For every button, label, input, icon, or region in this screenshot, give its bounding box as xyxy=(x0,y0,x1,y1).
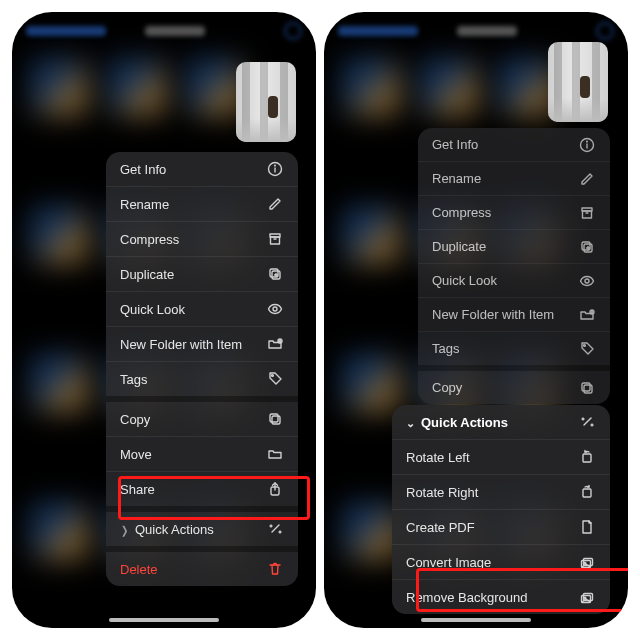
menu-item-quick-look[interactable]: Quick Look xyxy=(418,263,610,297)
svg-rect-28 xyxy=(583,211,592,218)
home-indicator[interactable] xyxy=(109,618,219,622)
menu-label: ❯Quick Actions xyxy=(120,522,266,537)
info-icon xyxy=(266,160,284,178)
menu-item-compress[interactable]: Compress xyxy=(106,221,298,256)
screenshot-right: Get Info Rename Compress Duplicate Quick… xyxy=(324,12,628,628)
svg-rect-31 xyxy=(582,242,590,250)
selected-file-thumbnail[interactable] xyxy=(236,62,296,142)
archive-icon xyxy=(266,230,284,248)
menu-item-tags[interactable]: Tags xyxy=(418,331,610,365)
menu-item-rename[interactable]: Rename xyxy=(106,186,298,221)
svg-point-2 xyxy=(275,165,276,166)
menu-item-tags[interactable]: Tags xyxy=(106,361,298,396)
menu-label: Duplicate xyxy=(120,267,266,282)
submenu-item-rotate-left[interactable]: Rotate Left xyxy=(392,439,610,474)
menu-item-share[interactable]: Share xyxy=(106,471,298,506)
selected-file-thumbnail[interactable] xyxy=(548,42,608,122)
ios-files-quickactions-sidebyside: Get Info Rename Compress Duplicate Quick… xyxy=(0,0,640,640)
menu-item-duplicate[interactable]: Duplicate xyxy=(106,256,298,291)
menu-label: Quick Look xyxy=(432,273,578,288)
menu-item-get-info[interactable]: Get Info xyxy=(418,128,610,161)
wand-icon xyxy=(578,413,596,431)
duplicate-icon xyxy=(266,265,284,283)
menu-item-copy[interactable]: Copy xyxy=(106,402,298,436)
svg-line-19 xyxy=(272,525,279,532)
menu-item-quick-look[interactable]: Quick Look xyxy=(106,291,298,326)
menu-label: ⌄Quick Actions xyxy=(406,415,578,430)
pencil-icon xyxy=(578,170,596,188)
svg-point-34 xyxy=(585,279,589,283)
svg-point-26 xyxy=(587,141,588,142)
copy-icon xyxy=(578,379,596,397)
share-icon xyxy=(266,480,284,498)
svg-rect-16 xyxy=(270,414,278,422)
menu-item-copy[interactable]: Copy xyxy=(418,371,610,404)
menu-item-duplicate[interactable]: Duplicate xyxy=(418,229,610,263)
svg-point-38 xyxy=(584,344,586,346)
chevron-down-icon: ⌄ xyxy=(406,417,415,430)
svg-rect-40 xyxy=(582,383,590,391)
info-icon xyxy=(578,136,596,154)
menu-label: Copy xyxy=(120,412,266,427)
menu-label: New Folder with Item xyxy=(432,307,578,322)
menu-item-new-folder[interactable]: New Folder with Item xyxy=(418,297,610,331)
menu-label: Compress xyxy=(120,232,266,247)
submenu-item-rotate-right[interactable]: Rotate Right xyxy=(392,474,610,509)
menu-item-delete[interactable]: Delete xyxy=(106,552,298,586)
svg-line-41 xyxy=(584,418,591,425)
context-menu: Get Info Rename Compress Duplicate Quick… xyxy=(106,152,298,586)
menu-label: Rotate Right xyxy=(406,485,578,500)
svg-rect-47 xyxy=(583,489,591,497)
svg-rect-46 xyxy=(583,454,591,462)
menu-item-move[interactable]: Move xyxy=(106,436,298,471)
menu-item-new-folder[interactable]: New Folder with Item xyxy=(106,326,298,361)
menu-label: Quick Look xyxy=(120,302,266,317)
duplicate-icon xyxy=(578,238,596,256)
svg-rect-39 xyxy=(584,385,592,393)
wand-icon xyxy=(266,520,284,538)
svg-rect-15 xyxy=(272,416,280,424)
submenu-item-remove-background[interactable]: Remove Background xyxy=(392,579,610,614)
menu-label: Share xyxy=(120,482,266,497)
folder-plus-icon xyxy=(266,335,284,353)
home-indicator[interactable] xyxy=(421,618,531,622)
menu-label: Get Info xyxy=(120,162,266,177)
rotate-right-icon xyxy=(578,483,596,501)
archive-icon xyxy=(578,204,596,222)
eye-icon xyxy=(266,300,284,318)
menu-label: New Folder with Item xyxy=(120,337,266,352)
menu-label: Convert Image xyxy=(406,555,578,570)
document-icon xyxy=(578,518,596,536)
svg-point-10 xyxy=(273,307,277,311)
tag-icon xyxy=(266,370,284,388)
submenu-item-create-pdf[interactable]: Create PDF xyxy=(392,509,610,544)
nav-bar xyxy=(12,16,316,46)
menu-item-rename[interactable]: Rename xyxy=(418,161,610,195)
svg-rect-4 xyxy=(271,237,280,244)
menu-label: Create PDF xyxy=(406,520,578,535)
menu-label: Tags xyxy=(120,372,266,387)
move-folder-icon xyxy=(266,445,284,463)
svg-point-14 xyxy=(272,375,274,377)
chevron-right-icon: ❯ xyxy=(121,524,128,537)
menu-label: Remove Background xyxy=(406,590,578,605)
tag-icon xyxy=(578,340,596,358)
menu-label: Copy xyxy=(432,380,578,395)
copy-icon xyxy=(266,410,284,428)
menu-label: Tags xyxy=(432,341,578,356)
menu-item-quick-actions[interactable]: ❯Quick Actions xyxy=(106,512,298,546)
menu-label: Duplicate xyxy=(432,239,578,254)
menu-label: Compress xyxy=(432,205,578,220)
images-icon xyxy=(578,553,596,571)
submenu-header-quick-actions[interactable]: ⌄Quick Actions xyxy=(392,405,610,439)
submenu-item-convert-image[interactable]: Convert Image xyxy=(392,544,610,579)
menu-label: Get Info xyxy=(432,137,578,152)
menu-label: Delete xyxy=(120,562,266,577)
folder-plus-icon xyxy=(578,306,596,324)
menu-item-get-info[interactable]: Get Info xyxy=(106,152,298,186)
images-icon xyxy=(578,588,596,606)
menu-item-compress[interactable]: Compress xyxy=(418,195,610,229)
rotate-left-icon xyxy=(578,448,596,466)
menu-label: Move xyxy=(120,447,266,462)
menu-label: Rename xyxy=(432,171,578,186)
